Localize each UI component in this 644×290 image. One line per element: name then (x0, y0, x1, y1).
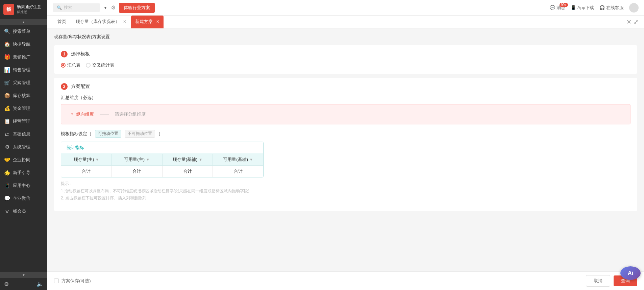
chevron-down-icon-2: ▼ (199, 158, 202, 162)
handshake-icon: 🤝 (4, 157, 10, 163)
sidebar-item-label: 经营管理 (13, 118, 30, 124)
tabs-bar: 首页 现存量（库存状况表） ✕ 新建方案 ✕ ✕ ⤢ (47, 16, 644, 28)
stats-col-0[interactable]: 现存量(主) ▼ (61, 154, 112, 165)
download-icon: 📱 (571, 5, 576, 10)
tab-new-plan-close[interactable]: ✕ (156, 19, 159, 24)
message-icon: 💬 (550, 5, 555, 10)
stats-col-1[interactable]: 可用量(主) ▼ (112, 154, 163, 165)
tab-inventory-status-close[interactable]: ✕ (123, 19, 126, 24)
star-icon: 🌟 (4, 170, 10, 176)
bottom-bar: 方案保存(可选) 取消 查询 (47, 271, 644, 290)
sidebar-item-enterprise[interactable]: 🤝 企业协同 (0, 153, 47, 166)
online-service-label: 在线客服 (606, 5, 624, 11)
sidebar-item-purchase[interactable]: 🛒 采购管理 (0, 76, 47, 89)
logo-icon: 畅 (3, 4, 14, 15)
user-avatar[interactable] (629, 3, 639, 13)
topbar-dropdown[interactable]: ▼ (103, 5, 107, 10)
cart-icon: 🛒 (4, 80, 10, 86)
sidebar-item-new-guide[interactable]: 🌟 新手引导 (0, 166, 47, 179)
sidebar-item-app-center[interactable]: 📱 应用中心 (0, 179, 47, 192)
sidebar-item-label: 基础信息 (13, 131, 30, 137)
app-download-label: App下载 (577, 5, 594, 11)
hint-item-1: 2. 点击标题栏下拉可设置排序、插入列和删除列 (61, 195, 630, 201)
main-content: 🔍 搜索 ▼ ⚙ 体验行业方案 💬 消息 99+ 📱 App下载 🎧 在线客服 (47, 0, 644, 290)
dimension-dash: —— (100, 112, 109, 117)
save-label: 方案保存(可选) (61, 278, 91, 284)
sidebar-item-label: 采购管理 (13, 80, 30, 86)
clipboard-icon: 📋 (4, 118, 10, 124)
save-option: 方案保存(可选) (54, 278, 91, 284)
topbar: 🔍 搜索 ▼ ⚙ 体验行业方案 💬 消息 99+ 📱 App下载 🎧 在线客服 (47, 0, 644, 16)
tab-inventory-status[interactable]: 现存量（库存状况表） ✕ (71, 16, 131, 28)
topbar-right: 💬 消息 99+ 📱 App下载 🎧 在线客服 (550, 3, 639, 13)
sidebar-item-operations[interactable]: 📋 经营管理 (0, 115, 47, 128)
sidebar-item-basic-info[interactable]: 🗂 基础信息 (0, 128, 47, 141)
sidebar-logo: 畅 畅康通好生意 标准版 (0, 0, 47, 19)
sidebar-item-label: 搜索菜单 (13, 28, 30, 34)
vip-icon: V (4, 208, 10, 214)
step2-title: 方案配置 (71, 83, 90, 90)
step1-header: 1 选择模板 (61, 51, 630, 57)
search-menu-icon: 🔍 (4, 28, 10, 34)
stats-val-3: 合计 (213, 166, 263, 177)
app-download-button[interactable]: 📱 App下载 (571, 5, 594, 11)
stats-col-2[interactable]: 现存量(基辅) ▼ (163, 154, 213, 165)
sidebar-item-system[interactable]: ⚙ 系统管理 (0, 141, 47, 153)
mobile-icon: 📱 (4, 183, 10, 189)
step1-section: 1 选择模板 汇总表 交叉统计表 (54, 45, 637, 74)
app-name: 畅康通好生意 (17, 4, 41, 10)
tab-home-label: 首页 (57, 19, 66, 25)
dimension-pink-area: * 纵向维度 —— 请选择分组维度 (61, 104, 630, 124)
expand-panel-icon[interactable]: ⤢ (634, 18, 639, 26)
sidebar-item-inventory[interactable]: 📦 库存核算 (0, 89, 47, 102)
stats-values-row: 合计 合计 合计 合计 (61, 166, 263, 177)
sidebar-item-label: 新手引导 (13, 170, 30, 176)
sidebar-item-vip[interactable]: V 畅会员 (0, 205, 47, 218)
sidebar-item-sales[interactable]: 📊 销售管理 (0, 64, 47, 76)
save-checkbox[interactable] (54, 279, 59, 283)
ai-label: Ai (628, 270, 633, 276)
no-drag-badge: 不可拖动位置 (125, 130, 155, 138)
online-service-button[interactable]: 🎧 在线客服 (599, 5, 624, 11)
search-box[interactable]: 🔍 搜索 (53, 3, 100, 12)
chevron-down-icon-1: ▼ (146, 158, 150, 162)
audio-icon[interactable]: 🔈 (36, 281, 43, 287)
sidebar-item-wechat[interactable]: 💬 企业微信 (0, 192, 47, 205)
sidebar-item-quick-nav[interactable]: 🏠 快捷导航 (0, 38, 47, 51)
radio-summary[interactable]: 汇总表 (61, 62, 80, 68)
step2-section: 2 方案配置 汇总维度（必选） * 纵向维度 —— 请选择分组维度 模板指标设定… (54, 78, 637, 211)
topbar-gear-icon[interactable]: ⚙ (111, 4, 116, 11)
sidebar-scroll-up[interactable]: ▲ (0, 19, 47, 25)
tab-inventory-status-label: 现存量（库存状况表） (76, 19, 120, 25)
radio-cross-label: 交叉统计表 (92, 62, 114, 68)
topbar-left: 🔍 搜索 ▼ ⚙ 体验行业方案 (53, 3, 155, 13)
sidebar-item-label: 库存核算 (13, 93, 30, 99)
sidebar-scroll-down[interactable]: ▼ (0, 272, 47, 278)
settings-icon[interactable]: ⚙ (4, 281, 9, 287)
stats-columns: 现存量(主) ▼ 可用量(主) ▼ 现存量(基辅) ▼ 可用量(基辅) ▼ (61, 154, 263, 166)
close-panel-icon[interactable]: ✕ (626, 18, 631, 26)
sidebar-item-finance[interactable]: 💰 资金管理 (0, 102, 47, 115)
message-button[interactable]: 💬 消息 99+ (550, 5, 565, 11)
headset-icon: 🎧 (599, 5, 605, 10)
stats-col-3[interactable]: 可用量(基辅) ▼ (213, 154, 263, 165)
radio-cross-dot (86, 63, 91, 68)
cancel-button[interactable]: 取消 (586, 275, 610, 287)
step2-header: 2 方案配置 (61, 83, 630, 90)
dimension-required-label: 汇总维度（必选） (61, 95, 630, 101)
sidebar-item-label: 企业协同 (13, 157, 30, 163)
tab-new-plan[interactable]: 新建方案 ✕ (131, 16, 164, 28)
chevron-down-icon: ▼ (103, 5, 107, 10)
radio-cross[interactable]: 交叉统计表 (86, 62, 114, 68)
sidebar-item-label: 企业微信 (13, 195, 30, 201)
search-placeholder: 搜索 (64, 5, 72, 10)
step1-title: 选择模板 (71, 51, 90, 57)
sidebar-item-search-menu[interactable]: 🔍 搜索菜单 (0, 25, 47, 38)
gift-icon: 🎁 (4, 54, 10, 60)
trial-button[interactable]: 体验行业方案 (119, 3, 155, 13)
sidebar-item-marketing[interactable]: 🎁 营销推广 (0, 51, 47, 64)
ai-bubble[interactable]: Ai (620, 266, 641, 280)
tab-home[interactable]: 首页 (53, 16, 71, 28)
sidebar: 畅 畅康通好生意 标准版 ▲ 🔍 搜索菜单 🏠 快捷导航 🎁 营销推广 📊 销售… (0, 0, 47, 290)
indicator-label-text: 模板指标设定（ (61, 131, 92, 137)
